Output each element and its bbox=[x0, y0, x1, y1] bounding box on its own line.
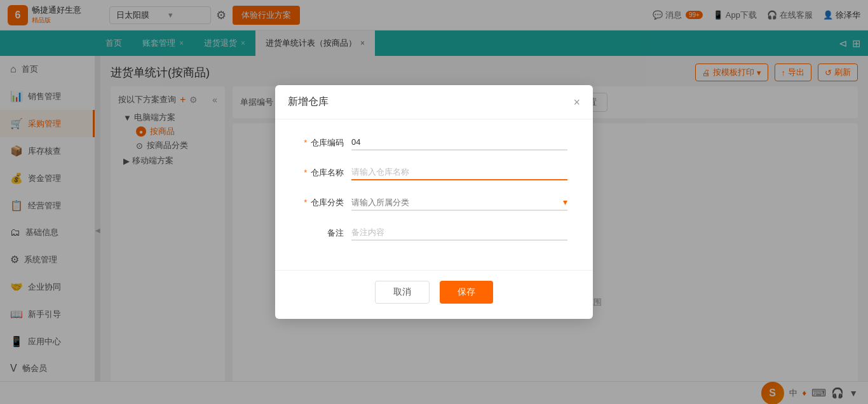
form-label-category: * 仓库分类 bbox=[301, 197, 351, 208]
required-mark: * bbox=[304, 138, 307, 147]
form-row-name: * 仓库名称 bbox=[301, 165, 567, 180]
form-row-remark: 备注 bbox=[301, 225, 567, 241]
modal-body: * 仓库编码 * 仓库名称 * 仓库分类 bbox=[275, 119, 593, 270]
required-mark-category: * bbox=[304, 198, 307, 207]
modal-close-button[interactable]: × bbox=[573, 97, 580, 108]
modal-footer: 取消 保存 bbox=[275, 270, 593, 319]
modal-overlay: 新增仓库 × * 仓库编码 * 仓库名称 bbox=[0, 0, 868, 404]
select-arrow-icon: ▾ bbox=[563, 197, 567, 207]
warehouse-name-input[interactable] bbox=[351, 165, 567, 180]
required-mark-name: * bbox=[304, 168, 307, 177]
warehouse-category-select[interactable]: ▾ bbox=[351, 194, 567, 211]
remark-input[interactable] bbox=[351, 225, 567, 241]
modal-title: 新增仓库 bbox=[288, 95, 329, 109]
category-input[interactable] bbox=[351, 198, 563, 207]
form-label-name: * 仓库名称 bbox=[301, 167, 351, 178]
new-warehouse-modal: 新增仓库 × * 仓库编码 * 仓库名称 bbox=[275, 85, 593, 319]
warehouse-code-input[interactable] bbox=[351, 135, 567, 151]
form-row-category: * 仓库分类 ▾ bbox=[301, 194, 567, 211]
modal-header: 新增仓库 × bbox=[275, 85, 593, 119]
save-button[interactable]: 保存 bbox=[440, 281, 493, 304]
form-row-code: * 仓库编码 bbox=[301, 135, 567, 151]
form-label-remark: 备注 bbox=[301, 227, 351, 239]
cancel-button[interactable]: 取消 bbox=[375, 281, 430, 304]
form-label-code: * 仓库编码 bbox=[301, 137, 351, 149]
